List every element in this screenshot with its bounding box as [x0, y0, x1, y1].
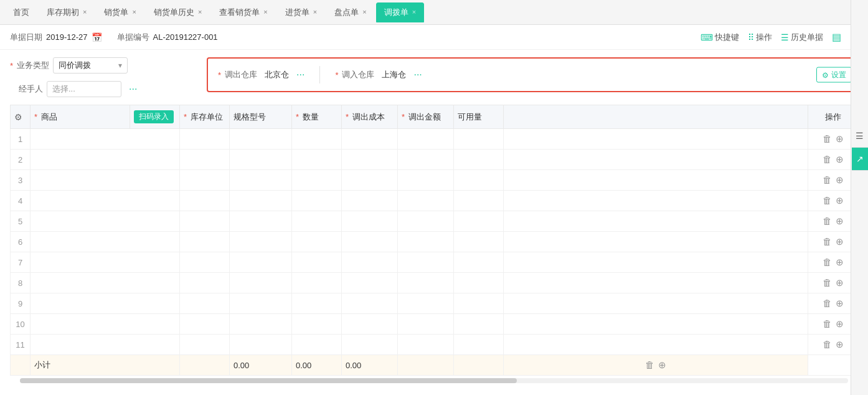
unit-cell[interactable] [180, 335, 230, 355]
amount-cell[interactable] [398, 129, 454, 150]
amount-cell[interactable] [398, 293, 454, 314]
delete-icon[interactable]: 🗑 [823, 216, 832, 226]
spec-cell[interactable] [230, 150, 292, 170]
product-cell[interactable] [31, 232, 180, 252]
cost-cell[interactable] [342, 170, 398, 191]
out-warehouse-more-icon[interactable]: ··· [296, 69, 304, 80]
spec-cell[interactable] [230, 232, 292, 252]
tab-inventory-init[interactable]: 库存期初 × [39, 2, 95, 22]
unit-cell[interactable] [180, 252, 230, 273]
cost-cell[interactable] [342, 293, 398, 314]
tab-close-icon[interactable]: × [263, 9, 267, 16]
qty-cell[interactable] [292, 314, 342, 335]
delete-icon[interactable]: 🗑 [823, 257, 832, 267]
layout-icon-1[interactable]: ▤ [832, 31, 841, 43]
qty-cell[interactable] [292, 129, 342, 150]
delete-icon[interactable]: 🗑 [823, 154, 832, 164]
available-cell[interactable] [454, 191, 504, 211]
available-cell[interactable] [454, 335, 504, 355]
spec-cell[interactable] [230, 314, 292, 335]
delete-icon[interactable]: 🗑 [823, 277, 832, 288]
delete-icon[interactable]: 🗑 [823, 133, 832, 144]
tab-purchase[interactable]: 进货单 × [277, 2, 325, 22]
spec-cell[interactable] [230, 252, 292, 273]
gear-icon[interactable]: ⚙ [14, 112, 22, 122]
delete-icon[interactable]: 🗑 [645, 359, 654, 370]
cost-cell[interactable] [342, 252, 398, 273]
delete-icon[interactable]: 🗑 [823, 298, 832, 308]
tab-close-icon[interactable]: × [198, 9, 202, 16]
cost-cell[interactable] [342, 314, 398, 335]
copy-icon[interactable]: ⊕ [836, 318, 844, 329]
product-cell[interactable] [31, 129, 180, 150]
product-cell[interactable] [31, 191, 180, 211]
spec-cell[interactable] [230, 335, 292, 355]
settings-button[interactable]: ⚙ 设置 [816, 67, 852, 83]
unit-cell[interactable] [180, 293, 230, 314]
qty-cell[interactable] [292, 232, 342, 252]
unit-cell[interactable] [180, 129, 230, 150]
unit-cell[interactable] [180, 211, 230, 232]
tab-sales-history[interactable]: 销货单历史 × [146, 2, 210, 22]
qty-cell[interactable] [292, 211, 342, 232]
tab-sales-order[interactable]: 销货单 × [96, 2, 144, 22]
amount-cell[interactable] [398, 170, 454, 191]
handler-more-icon[interactable]: ··· [129, 83, 137, 95]
tab-close-icon[interactable]: × [132, 9, 136, 16]
cost-cell[interactable] [342, 232, 398, 252]
spec-cell[interactable] [230, 211, 292, 232]
product-cell[interactable] [31, 150, 180, 170]
spec-cell[interactable] [230, 191, 292, 211]
delete-icon[interactable]: 🗑 [823, 339, 832, 350]
unit-cell[interactable] [180, 170, 230, 191]
shortcut-button[interactable]: ⌨ 快捷键 [701, 32, 739, 43]
horizontal-scrollbar[interactable] [20, 378, 848, 383]
tab-close-icon[interactable]: × [83, 9, 87, 16]
product-cell[interactable] [31, 170, 180, 191]
available-cell[interactable] [454, 129, 504, 150]
amount-cell[interactable] [398, 211, 454, 232]
product-cell[interactable] [31, 273, 180, 293]
copy-icon[interactable]: ⊕ [658, 359, 666, 370]
calendar-icon[interactable]: 📅 [92, 32, 102, 42]
unit-cell[interactable] [180, 314, 230, 335]
tab-home[interactable]: 首页 [5, 2, 37, 22]
unit-cell[interactable] [180, 232, 230, 252]
handler-select[interactable]: 选择... [47, 81, 121, 97]
copy-icon[interactable]: ⊕ [836, 133, 844, 144]
spec-cell[interactable] [230, 273, 292, 293]
delete-icon[interactable]: 🗑 [823, 236, 832, 247]
tab-transfer[interactable]: 调拨单 × [376, 2, 424, 22]
cost-cell[interactable] [342, 273, 398, 293]
product-cell[interactable] [31, 252, 180, 273]
qty-cell[interactable] [292, 293, 342, 314]
unit-cell[interactable] [180, 150, 230, 170]
qty-cell[interactable] [292, 191, 342, 211]
available-cell[interactable] [454, 293, 504, 314]
amount-cell[interactable] [398, 191, 454, 211]
available-cell[interactable] [454, 150, 504, 170]
qty-cell[interactable] [292, 252, 342, 273]
history-button[interactable]: ☰ 历史单据 [781, 32, 823, 43]
delete-icon[interactable]: 🗑 [823, 174, 832, 185]
cost-cell[interactable] [342, 335, 398, 355]
business-type-select[interactable]: 同价调拨 ▾ [53, 57, 128, 74]
qty-cell[interactable] [292, 170, 342, 191]
sidebar-expand-icon[interactable]: ↗ [852, 148, 868, 171]
copy-icon[interactable]: ⊕ [836, 195, 844, 206]
copy-icon[interactable]: ⊕ [836, 257, 844, 267]
qty-cell[interactable] [292, 273, 342, 293]
cost-cell[interactable] [342, 211, 398, 232]
unit-cell[interactable] [180, 191, 230, 211]
ops-button[interactable]: ⠿ 操作 [748, 32, 772, 43]
cost-cell[interactable] [342, 129, 398, 150]
product-cell[interactable] [31, 314, 180, 335]
cost-cell[interactable] [342, 191, 398, 211]
available-cell[interactable] [454, 252, 504, 273]
cost-cell[interactable] [342, 150, 398, 170]
copy-icon[interactable]: ⊕ [836, 216, 844, 226]
tab-close-icon[interactable]: × [313, 9, 317, 16]
product-cell[interactable] [31, 211, 180, 232]
tab-view-sales[interactable]: 查看销货单 × [211, 2, 275, 22]
qty-cell[interactable] [292, 150, 342, 170]
